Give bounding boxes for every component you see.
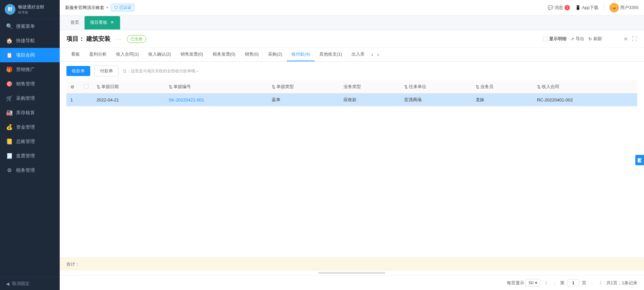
select-all-checkbox[interactable] — [84, 84, 89, 89]
checkbox-icon[interactable] — [543, 37, 548, 41]
page-content: 项目： 建筑安装 ··· 已生效 显示明细 ↗ 导出 ↻ 刷新 ✕ — [60, 30, 644, 290]
row-biz-type: 应收款 — [339, 93, 400, 106]
tab-close-btn[interactable]: ✕ — [109, 20, 115, 25]
sub-tab-income-confirm-label: 收入确认(2) — [148, 52, 171, 57]
page-suffix: 页 — [582, 280, 586, 286]
tab-project-board[interactable]: 项目看板 ✕ — [85, 16, 120, 29]
sub-tab-income-contract[interactable]: 收入合同(1) — [111, 48, 144, 61]
th-settings[interactable]: ⚙ — [66, 80, 80, 93]
more-options-btn[interactable]: ··· — [116, 37, 121, 42]
title-prefix: 项目： — [66, 35, 85, 42]
horizontal-scrollbar[interactable] — [318, 272, 385, 274]
sidebar-item-sales[interactable]: 🎯 销售管理 — [0, 77, 60, 91]
sub-tab-other-expense[interactable]: 其他收支(1) — [315, 48, 347, 61]
sub-tab-sales[interactable]: 销售(0) — [240, 48, 264, 61]
settings-icon[interactable]: ⚙ — [70, 84, 74, 89]
sub-tab-income-confirm[interactable]: 收入确认(2) — [144, 48, 176, 61]
logo-text: 畅捷通好业财 标准版 — [18, 4, 44, 15]
tab-home[interactable]: 首页 — [65, 16, 85, 29]
receipt-btn[interactable]: 收款单 — [66, 66, 90, 76]
tab-project-board-label: 项目看板 — [90, 19, 107, 25]
sidebar-item-finance[interactable]: 💰 资金管理 — [0, 120, 60, 134]
sub-tab-profit-label: 盈利分析 — [89, 52, 107, 57]
sub-tab-receipt[interactable]: 收付款(4) — [287, 48, 315, 61]
sub-tabs: 看板 盈利分析 收入合同(1) 收入确认(2) 销售发票(0) 税务发票(0) … — [60, 48, 644, 62]
payment-btn[interactable]: 付款单 — [94, 66, 119, 76]
home-icon: 🏠 — [6, 38, 13, 44]
doc-link[interactable]: SK-20220421-001 — [169, 97, 204, 102]
topbar: 新服务官网演示账套 ▾ 🛡 已认证 💬 消息 1 📱 App下载 🐱 用户335… — [60, 0, 644, 15]
refresh-btn[interactable]: ↻ 刷新 — [588, 36, 602, 42]
th-type[interactable]: ⇅单据类型 — [268, 80, 339, 93]
close-window-btn[interactable]: ✕ — [624, 36, 628, 42]
sub-tab-kanban[interactable]: 看板 — [66, 48, 85, 61]
sub-tab-next-arrow[interactable]: › — [375, 52, 381, 58]
main-area: 新服务官网演示账套 ▾ 🛡 已认证 💬 消息 1 📱 App下载 🐱 用户335… — [60, 0, 644, 290]
table-toolbar: 收款单 付款单 注：这里是与项目关联的全部收付款单哦～ — [60, 62, 644, 80]
th-number[interactable]: ⇅单据编号 — [165, 80, 268, 93]
export-btn[interactable]: ↗ 导出 — [571, 36, 584, 42]
sidebar-unpin-btn[interactable]: ◀ 取消固定 — [0, 277, 60, 290]
total-label: 共1页，1条记录 — [606, 280, 637, 286]
sidebar-item-label: 库存核算 — [16, 110, 35, 116]
avatar: 🐱 — [609, 3, 619, 12]
sidebar-item-quick-nav[interactable]: 🏠 快捷导航 — [0, 33, 60, 48]
sub-tab-prev-arrow[interactable]: ‹ — [369, 52, 375, 58]
sidebar-item-inventory[interactable]: 🏭 库存核算 — [0, 105, 60, 120]
last-page-btn[interactable]: ⟫ — [597, 280, 604, 286]
title-value: 建筑安装 — [86, 35, 110, 42]
maximize-window-btn[interactable]: ⛶ — [632, 36, 637, 42]
export-icon: ↗ — [571, 37, 574, 42]
sidebar-item-ledger[interactable]: 📒 总账管理 — [0, 134, 60, 149]
row-checkbox[interactable] — [80, 93, 93, 106]
sub-tab-purchase[interactable]: 采购(2) — [263, 48, 287, 61]
prev-page-btn[interactable]: ‹ — [552, 280, 557, 286]
topbar-right: 💬 消息 1 📱 App下载 🐱 用户3355 — [548, 3, 639, 12]
certified-badge: 🛡 已认证 — [111, 4, 135, 11]
status-badge: 已生效 — [127, 35, 146, 43]
th-salesperson[interactable]: ⇅业务员 — [472, 80, 533, 93]
th-date[interactable]: ⇅单据日期 — [93, 80, 165, 93]
side-panel-btn[interactable]: 📝 — [635, 155, 644, 165]
sub-tab-income-contract-label: 收入合同(1) — [116, 52, 139, 57]
sidebar-item-project-contract[interactable]: 📋 项目合同 — [0, 48, 60, 62]
user-menu[interactable]: 🐱 用户3355 — [609, 3, 639, 12]
message-btn[interactable]: 💬 消息 1 — [548, 5, 570, 11]
account-selector[interactable]: 新服务官网演示账套 ▾ — [65, 5, 108, 11]
sub-tab-profit[interactable]: 盈利分析 — [85, 48, 111, 61]
unpin-icon: ◀ — [6, 281, 9, 286]
sidebar-item-label: 营销推广 — [16, 67, 35, 73]
th-income-contract[interactable]: ⇅收入合同 — [533, 80, 637, 93]
sub-tab-tax-invoice-label: 税务发票(0) — [213, 52, 235, 57]
show-detail-checkbox[interactable]: 显示明细 — [543, 36, 567, 42]
sub-tab-sales-invoice[interactable]: 销售发票(0) — [176, 48, 208, 61]
sub-tab-receipt-label: 收付款(4) — [291, 52, 310, 57]
ledger-icon: 📒 — [6, 138, 13, 145]
row-number: SK-20220421-001 — [165, 93, 268, 106]
app-download-label: App下载 — [582, 5, 598, 11]
page-label: 第 — [560, 280, 565, 286]
checkbox-icon[interactable] — [84, 97, 89, 102]
cart-icon: 🛒 — [6, 95, 13, 101]
table-row[interactable]: 1 2022-04-21 SK-20220421-001 蓝单 应收款 宏茂商场… — [66, 93, 637, 106]
first-page-btn[interactable]: ⟪ — [543, 280, 549, 286]
shield-icon: 🛡 — [114, 5, 118, 10]
app-download-btn[interactable]: 📱 App下载 — [575, 5, 598, 11]
th-partner[interactable]: ⇅往来单位 — [400, 80, 472, 93]
page-header: 项目： 建筑安装 ··· 已生效 显示明细 ↗ 导出 ↻ 刷新 ✕ — [60, 30, 644, 48]
sidebar-scroll: 🔍 搜索菜单 🏠 快捷导航 📋 项目合同 🎁 营销推广 🎯 销售管理 🛒 采购管… — [0, 19, 60, 277]
page-number-input[interactable] — [567, 279, 579, 286]
sidebar-item-search[interactable]: 🔍 搜索菜单 — [0, 19, 60, 33]
sidebar-item-tax[interactable]: ⚙ 税务管理 — [0, 163, 60, 177]
invoice-icon: 🧾 — [6, 153, 13, 159]
sidebar-item-invoice[interactable]: 🧾 发票管理 — [0, 149, 60, 163]
per-page-dropdown[interactable]: 50 ▾ — [526, 279, 540, 287]
per-page-select: 每页显示 50 ▾ — [507, 279, 540, 287]
money-icon: 💰 — [6, 124, 13, 130]
sidebar-item-marketing[interactable]: 🎁 营销推广 — [0, 62, 60, 77]
sidebar-item-purchase[interactable]: 🛒 采购管理 — [0, 91, 60, 105]
sub-tab-purchase-label: 采购(2) — [268, 52, 282, 57]
sub-tab-tax-invoice[interactable]: 税务发票(0) — [208, 48, 240, 61]
sub-tab-in-out[interactable]: 出入库 — [347, 48, 369, 61]
next-page-btn[interactable]: › — [589, 280, 594, 286]
